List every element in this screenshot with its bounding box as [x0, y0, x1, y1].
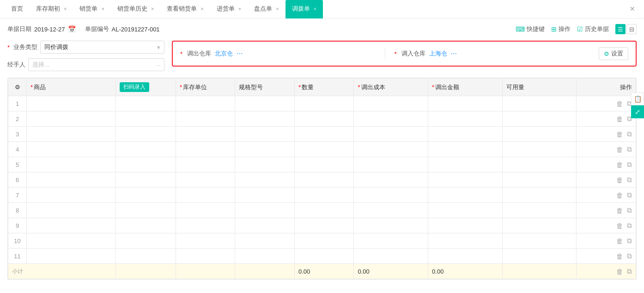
- row-product[interactable]: [27, 249, 116, 264]
- tab-view-sales[interactable]: 查看销货单 ×: [160, 0, 210, 18]
- row-amount[interactable]: [428, 203, 503, 218]
- row-unit[interactable]: [176, 142, 235, 157]
- row-product[interactable]: [27, 188, 116, 203]
- copy-icon[interactable]: ⧉: [627, 206, 632, 214]
- layout-list-button[interactable]: ☰: [615, 24, 626, 34]
- row-amount[interactable]: [428, 188, 503, 203]
- row-cost[interactable]: [354, 203, 428, 218]
- row-cost[interactable]: [354, 111, 428, 127]
- copy-icon[interactable]: ⧉: [627, 191, 632, 199]
- tab-close-view-sales[interactable]: ×: [200, 6, 203, 12]
- tab-close-inventory-init[interactable]: ×: [64, 6, 67, 12]
- tab-close-transfer[interactable]: ×: [314, 6, 316, 12]
- delete-icon[interactable]: 🗑: [616, 100, 623, 108]
- row-product[interactable]: [27, 142, 116, 157]
- row-unit[interactable]: [176, 157, 235, 172]
- row-spec[interactable]: [235, 96, 295, 111]
- row-product[interactable]: [27, 203, 116, 218]
- scan-button[interactable]: 扫码录入: [120, 82, 149, 92]
- row-qty[interactable]: [294, 172, 354, 188]
- row-amount[interactable]: [428, 127, 503, 142]
- tab-close-sales-order[interactable]: ×: [101, 6, 104, 12]
- calendar-icon[interactable]: 📅: [68, 25, 76, 33]
- row-qty[interactable]: [294, 218, 354, 233]
- row-cost[interactable]: [354, 157, 428, 172]
- row-product[interactable]: [27, 218, 116, 233]
- row-amount[interactable]: [428, 233, 503, 249]
- row-cost[interactable]: [354, 172, 428, 188]
- row-spec[interactable]: [235, 111, 295, 127]
- row-unit[interactable]: [176, 127, 235, 142]
- delete-icon[interactable]: 🗑: [616, 222, 623, 230]
- row-product[interactable]: [27, 111, 116, 127]
- row-spec[interactable]: [235, 203, 295, 218]
- row-product[interactable]: [27, 172, 116, 188]
- row-spec[interactable]: [235, 249, 295, 264]
- tab-home[interactable]: 首页: [5, 0, 30, 18]
- row-qty[interactable]: [294, 203, 354, 218]
- row-cost[interactable]: [354, 142, 428, 157]
- row-amount[interactable]: [428, 218, 503, 233]
- row-spec[interactable]: [235, 157, 295, 172]
- delete-icon[interactable]: 🗑: [616, 176, 623, 184]
- row-cost[interactable]: [354, 249, 428, 264]
- tab-purchase[interactable]: 进货单 ×: [210, 0, 248, 18]
- row-qty[interactable]: [294, 249, 354, 264]
- row-product[interactable]: [27, 127, 116, 142]
- shortcut-button[interactable]: ⌨ 快捷键: [516, 25, 545, 33]
- person-input[interactable]: 选择... ···: [28, 58, 164, 71]
- row-spec[interactable]: [235, 233, 295, 249]
- delete-icon[interactable]: 🗑: [616, 237, 623, 245]
- warehouse-in-more-icon[interactable]: ···: [451, 49, 457, 58]
- warehouse-out-more-icon[interactable]: ···: [237, 49, 243, 58]
- row-qty[interactable]: [294, 142, 354, 157]
- tab-sales-order[interactable]: 销货单 ×: [73, 0, 110, 18]
- delete-icon[interactable]: 🗑: [616, 115, 623, 123]
- sidebar-expand-button[interactable]: ⤢: [631, 105, 644, 118]
- row-product[interactable]: [27, 96, 116, 111]
- row-qty[interactable]: [294, 233, 354, 249]
- row-amount[interactable]: [428, 111, 503, 127]
- row-amount[interactable]: [428, 96, 503, 111]
- layout-grid-button[interactable]: ⊟: [626, 24, 637, 34]
- delete-icon[interactable]: 🗑: [616, 191, 623, 199]
- copy-icon[interactable]: ⧉: [627, 130, 632, 138]
- row-cost[interactable]: [354, 233, 428, 249]
- row-spec[interactable]: [235, 127, 295, 142]
- row-product[interactable]: [27, 233, 116, 249]
- row-amount[interactable]: [428, 172, 503, 188]
- row-unit[interactable]: [176, 96, 235, 111]
- row-qty[interactable]: [294, 127, 354, 142]
- tab-transfer[interactable]: 调拨单 ×: [286, 0, 323, 18]
- delete-icon[interactable]: 🗑: [616, 146, 623, 153]
- copy-icon[interactable]: ⧉: [627, 145, 632, 153]
- copy-icon[interactable]: ⧉: [627, 176, 632, 184]
- row-product[interactable]: [27, 157, 116, 172]
- copy-icon[interactable]: ⧉: [627, 160, 632, 169]
- row-cost[interactable]: [354, 127, 428, 142]
- delete-icon[interactable]: 🗑: [616, 130, 623, 138]
- delete-icon[interactable]: 🗑: [616, 207, 623, 214]
- row-qty[interactable]: [294, 157, 354, 172]
- tab-inventory-check[interactable]: 盘点单 ×: [248, 0, 285, 18]
- row-unit[interactable]: [176, 111, 235, 127]
- row-spec[interactable]: [235, 142, 295, 157]
- tab-close-inventory-check[interactable]: ×: [276, 6, 279, 12]
- row-amount[interactable]: [428, 249, 503, 264]
- settings-button[interactable]: ⚙ 设置: [599, 47, 628, 60]
- copy-icon[interactable]: ⧉: [627, 221, 632, 230]
- business-type-dropdown-icon[interactable]: ▾: [157, 44, 160, 51]
- row-unit[interactable]: [176, 218, 235, 233]
- row-spec[interactable]: [235, 218, 295, 233]
- delete-icon[interactable]: 🗑: [616, 161, 623, 169]
- operation-button[interactable]: ⊞ 操作: [551, 25, 571, 33]
- th-settings[interactable]: ⚙: [8, 79, 27, 96]
- copy-icon[interactable]: ⧉: [627, 237, 632, 245]
- row-unit[interactable]: [176, 203, 235, 218]
- tab-inventory-init[interactable]: 库存期初 ×: [30, 0, 73, 18]
- business-type-input[interactable]: 同价调拨 ▾: [40, 41, 164, 54]
- delete-icon[interactable]: 🗑: [616, 252, 623, 260]
- row-unit[interactable]: [176, 249, 235, 264]
- subtotal-delete-icon[interactable]: 🗑: [616, 268, 623, 275]
- person-more-icon[interactable]: ···: [155, 61, 160, 68]
